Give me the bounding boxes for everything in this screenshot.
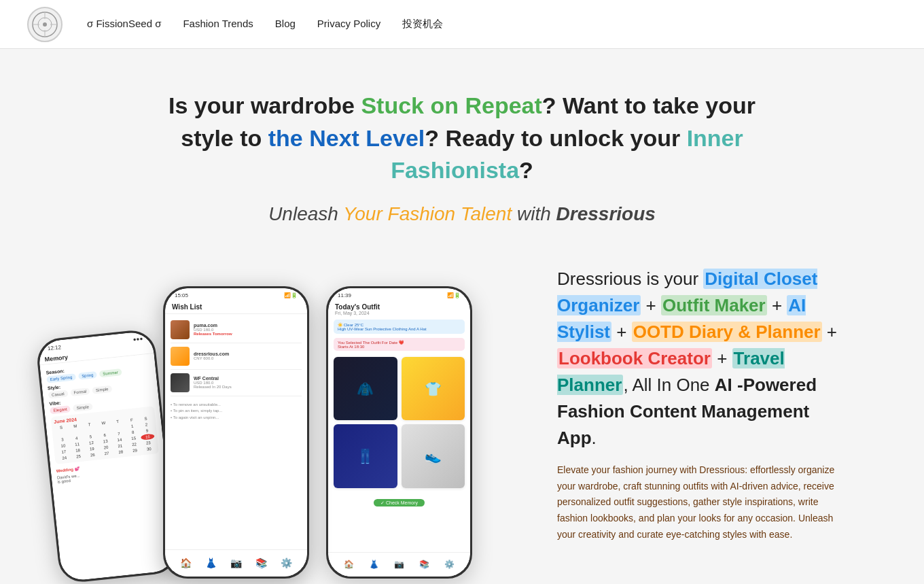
features-headline: Dressrious is your Digital Closet Organi… [557,266,851,451]
hero-subheadline: Unleash Your Fashion Talent with Dressri… [27,203,897,225]
nav-privacy[interactable]: Privacy Policy [317,18,380,29]
phone-right-statusbar: 11:39 📶🔋 [328,288,470,300]
svg-point-2 [43,22,47,27]
navbar: σ FissionSeed σ Fashion Trends Blog Priv… [0,0,924,49]
outfit-jacket: 🧥 [334,357,397,421]
outfit-trousers: 👖 [334,424,397,488]
item-thumb-pants [171,373,190,392]
phone-left: 12:12 ●●● Memory Season: Early Spring Sp… [35,328,179,584]
features-text: Dressrious is your Digital Closet Organi… [557,252,851,543]
phones-showcase: 12:12 ●●● Memory Season: Early Spring Sp… [41,252,530,579]
phone-center: 15:05 📶🔋 Wish List puma.com USD 180.0 Re… [163,286,309,579]
site-logo[interactable] [27,7,63,42]
outfit-note: You Selected The Outfit For Date ❤️ Star… [334,338,465,351]
item-thumb-2 [171,347,190,366]
outfit-grid: 🧥 👕 👖 👟 [328,353,470,492]
phone-right: 11:39 📶🔋 Today's Outfit Fri, May 3, 2024… [326,286,472,579]
features-description: Elevate your fashion journey with Dressr… [557,462,851,543]
wishlist-item-1: puma.com USD 180.0 Releases Tomorrow [171,317,302,343]
hero-headline: Is your wardrobe Stuck on Repeat? Want t… [156,90,768,187]
hero-section: Is your wardrobe Stuck on Repeat? Want t… [0,49,924,239]
nav-fashion-trends[interactable]: Fashion Trends [183,18,253,29]
weather-info: ☀️ Clear 25°C High UV-Wear Sun Protectiv… [334,320,465,334]
main-section: 12:12 ●●● Memory Season: Early Spring Sp… [0,239,924,584]
nav-invest[interactable]: 投资机会 [402,18,443,29]
nav-blog[interactable]: Blog [275,18,296,29]
phone-center-statusbar: 15:05 📶🔋 [165,288,307,300]
outfit-shoes: 👟 [402,424,465,488]
nav-links: σ FissionSeed σ Fashion Trends Blog Priv… [87,18,443,31]
outfit-tshirt: 👕 [402,357,465,421]
wishlist-item-2: dressrious.com CNY 600.0 [171,343,302,370]
wishlist-item-3: WF Central USD 180.0 Released In 20 Days [171,370,302,396]
nav-brand[interactable]: σ FissionSeed σ [87,18,161,29]
item-thumb-shoes [171,320,190,339]
